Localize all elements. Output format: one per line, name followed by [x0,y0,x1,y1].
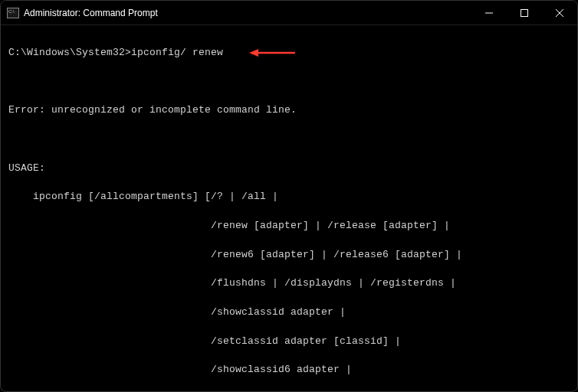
close-button[interactable] [542,1,577,25]
usage-line: /showclassid6 adapter | [8,363,570,377]
window-controls [471,1,577,25]
svg-rect-1 [521,9,528,16]
terminal-body[interactable]: C:\Windows\System32>ipconfig/ renew Erro… [1,25,577,392]
titlebar-left: Administrator: Command Prompt [7,8,158,18]
prompt-path: C:\Windows\System32> [8,47,131,58]
usage-line: /flushdns | /displaydns | /registerdns | [8,276,570,291]
usage-line: ipconfig [/allcompartments] [/? | /all | [8,190,570,204]
titlebar: Administrator: Command Prompt [1,1,577,25]
blank-line [8,132,570,147]
usage-line: /showclassid adapter | [8,305,570,320]
usage-line: /setclassid adapter [classid] | [8,335,570,349]
typed-command: ipconfig/ renew [131,47,223,58]
prompt-line: C:\Windows\System32>ipconfig/ renew [8,47,223,58]
usage-label: USAGE: [8,162,570,176]
svg-marker-5 [249,49,258,57]
usage-line: /renew [adapter] | /release [adapter] | [8,219,570,234]
blank-line [8,75,570,90]
annotation-arrow [237,33,295,64]
usage-line: /renew6 [adapter] | /release6 [adapter] … [8,248,570,263]
minimize-button[interactable] [471,1,507,25]
error-line: Error: unrecognized or incomplete comman… [8,103,570,118]
window-title: Administrator: Command Prompt [24,8,158,18]
maximize-button[interactable] [507,1,542,25]
cmd-app-icon [7,8,19,18]
